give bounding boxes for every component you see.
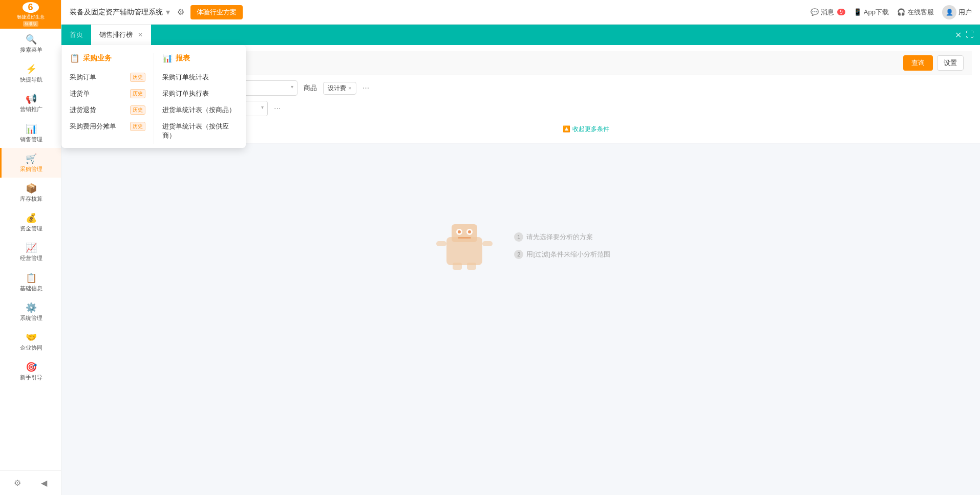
dropdown-item-purchase-return[interactable]: 进货退货 历史 [70,102,145,118]
step1-text: 请先选择要分析的方案 [526,230,593,244]
tab-close-icon[interactable]: ✕ [138,31,143,38]
sidebar-nav: 🔍 搜索菜单 ⚡ 快捷导航 📢 营销推广 📊 销售管理 🛒 采购管理 📦 库存核… [0,29,61,470]
sidebar-item-guide[interactable]: 🎯 新手引导 [0,356,61,386]
user-label: 用户 [958,8,972,17]
purchase-order-badge: 历史 [130,73,145,82]
svg-rect-1 [452,224,477,242]
dropdown-item-purchase-order[interactable]: 采购订单 历史 [70,69,145,85]
logo-icon: 6 [23,2,39,13]
empty-step1: 1 请先选择要分析的方案 [514,230,610,244]
tab-home[interactable]: 首页 [61,25,91,45]
logo-text: 畅捷通好生意 [17,14,45,20]
product-tag-text: 设计费 [328,84,346,93]
empty-state: 1 请先选择要分析的方案 2 用[过滤]条件来缩小分析范围 [61,143,980,348]
sidebar-item-basic[interactable]: 📋 基础信息 [0,267,61,297]
svg-rect-6 [458,237,471,239]
svg-point-5 [468,230,471,233]
dropdown-item-order-exec[interactable]: 采购订单执行表 [162,85,238,102]
tab-sales-rank[interactable]: 销售排行榜 ✕ [91,25,151,45]
sidebar-item-stock[interactable]: 📦 库存核算 [0,178,61,207]
purchase-col-icon: 📋 [70,53,80,63]
industry-btn[interactable]: 体验行业方案 [190,5,243,19]
purchase-col-title-text: 采购业务 [83,54,112,63]
sidebar-item-search[interactable]: 🔍 搜索菜单 [0,29,61,58]
dropdown-item-incoming-stats-product[interactable]: 进货单统计表（按商品） [162,102,238,118]
filter-dots-1[interactable]: ··· [363,83,369,93]
sidebar-settings-btn[interactable]: ⚙ [14,478,21,488]
sidebar-item-purchase[interactable]: 🛒 采购管理 [0,148,61,178]
basic-icon: 📋 [26,272,37,284]
product-label: 商品 [304,83,317,93]
sidebar-item-system[interactable]: ⚙️ 系统管理 [0,297,61,327]
message-btn[interactable]: 💬 消息 9 [811,8,845,17]
tab-bar-expand-icon[interactable]: ⛶ [966,30,974,39]
sidebar-collapse-btn[interactable]: ◀ [41,478,47,488]
svg-rect-10 [467,263,476,270]
svg-rect-8 [482,241,493,246]
finance-icon: 💰 [26,212,37,224]
avatar-icon: 👤 [946,9,953,16]
collapse-label: 收起更多条件 [572,125,609,134]
tab-home-label: 首页 [70,30,83,39]
purchase-order-label: 采购订单 [70,73,96,82]
sidebar-item-finance[interactable]: 💰 资金管理 [0,207,61,237]
marketing-icon: 📢 [26,93,37,104]
sidebar-item-marketing[interactable]: 📢 营销推广 [0,88,61,118]
step1-num: 1 [514,232,523,242]
purchase-icon: 🛒 [26,153,37,164]
product-tag-close-icon[interactable]: × [348,85,351,91]
search-icon: 🔍 [26,34,37,45]
sidebar-item-sales[interactable]: 📊 销售管理 [0,118,61,148]
app-label: App下载 [864,8,889,17]
dropdown-col-purchase: 📋 采购业务 采购订单 历史 进货单 历史 进货退货 历史 采购费用分摊单 历史 [61,53,154,144]
sidebar-bottom: ⚙ ◀ [0,470,61,495]
collapse-btn[interactable]: 🔼 收起更多条件 [563,123,609,136]
quick-icon: ⚡ [26,63,37,75]
dropdown-item-incoming-stats-supplier[interactable]: 进货单统计表（按供应商） [162,118,238,144]
stock-icon: 📦 [26,183,37,194]
phone-icon: 📱 [854,8,862,16]
avatar: 👤 [942,5,956,19]
settings-icon[interactable]: ⚙ [177,7,184,17]
app-download-btn[interactable]: 📱 App下载 [854,8,889,17]
guide-icon: 🎯 [26,361,37,373]
empty-content: 1 请先选择要分析的方案 2 用[过滤]条件来缩小分析范围 [431,217,610,275]
purchase-return-badge: 历史 [130,105,145,115]
svg-point-4 [458,230,461,233]
empty-text-area: 1 请先选择要分析的方案 2 用[过滤]条件来缩小分析范围 [514,230,610,261]
top-right: 💬 消息 9 📱 App下载 🎧 在线客服 👤 用户 [811,5,972,19]
empty-step2: 2 用[过滤]条件来缩小分析范围 [514,248,610,261]
tab-bar-close-icon[interactable]: ✕ [955,30,962,40]
collapse-area: 🔼 收起更多条件 [200,123,972,136]
settings-btn[interactable]: 设置 [937,55,964,71]
step2-num: 2 [514,250,523,259]
logo-badge: 标准版 [23,21,38,27]
incoming-stats-product-label: 进货单统计表（按商品） [162,105,236,115]
report-col-title-text: 报表 [176,54,190,63]
message-label: 消息 [821,8,834,17]
collab-icon: 🤝 [26,332,37,343]
dropdown-item-order-stats[interactable]: 采购订单统计表 [162,69,238,85]
purchase-incoming-badge: 历史 [130,89,145,98]
support-btn[interactable]: 🎧 在线客服 [897,8,934,17]
sidebar-item-quick[interactable]: ⚡ 快捷导航 [0,58,61,88]
tab-sales-rank-label: 销售排行榜 [99,30,133,39]
dropdown-arrow-icon[interactable]: ▾ [166,7,170,17]
filter-dots-2[interactable]: ··· [274,104,281,113]
purchase-col-title: 📋 采购业务 [70,53,145,63]
dropdown-cols: 📋 采购业务 采购订单 历史 进货单 历史 进货退货 历史 采购费用分摊单 历史 [61,53,246,144]
empty-illustration [431,217,498,275]
product-tag: 设计费 × [323,82,356,95]
purchase-dropdown-menu: 📋 采购业务 采购订单 历史 进货单 历史 进货退货 历史 采购费用分摊单 历史 [61,45,246,148]
system-title: 装备及固定资产辅助管理系统 [70,8,163,17]
sidebar-item-collab[interactable]: 🤝 企业协同 [0,327,61,356]
query-btn[interactable]: 查询 [903,55,933,71]
dropdown-item-purchase-expense[interactable]: 采购费用分摊单 历史 [70,118,145,135]
user-btn[interactable]: 👤 用户 [942,5,972,19]
svg-rect-9 [453,263,462,270]
robot-svg [431,217,498,273]
sidebar-item-operations[interactable]: 📈 经营管理 [0,237,61,267]
dropdown-item-purchase-incoming[interactable]: 进货单 历史 [70,85,145,102]
report-col-icon: 📊 [162,53,173,63]
system-icon: ⚙️ [26,302,37,313]
